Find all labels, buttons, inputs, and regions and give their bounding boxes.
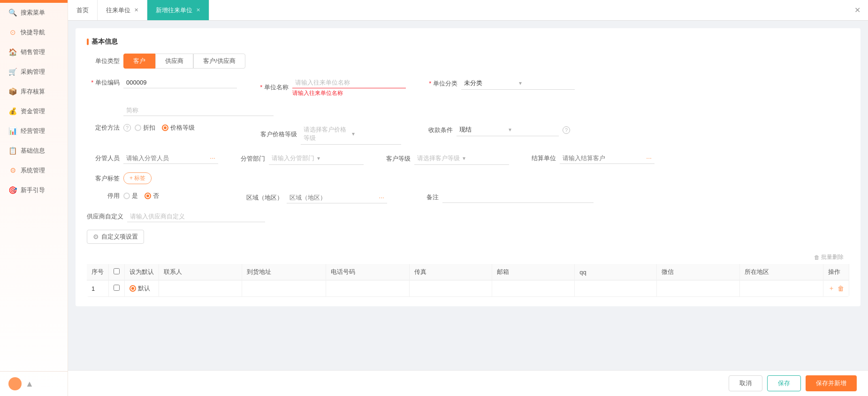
tab-home-label: 首页: [76, 6, 89, 15]
remark-input[interactable]: [442, 192, 594, 203]
sidebar-item-label: 经营管理: [21, 127, 45, 135]
unit-type-customer-btn[interactable]: 客户: [123, 54, 155, 69]
settlement-unit-field: 结算单位 ···: [523, 152, 655, 164]
sidebar-item-search[interactable]: 🔍 搜索菜单: [0, 3, 68, 23]
purchase-icon: 🛒: [8, 68, 17, 76]
row-address-input[interactable]: [247, 285, 320, 292]
sidebar-item-finance[interactable]: 💰 资金管理: [0, 101, 68, 121]
custom-settings-button[interactable]: ⚙ 自定义项设置: [87, 230, 144, 244]
department-label: 分管部门: [232, 155, 265, 163]
sidebar-item-label: 采购管理: [21, 68, 45, 76]
basic-info-icon: 📋: [8, 147, 17, 155]
sidebar-item-purchase[interactable]: 🛒 采购管理: [0, 62, 68, 82]
short-name-input[interactable]: [123, 105, 274, 116]
disabled-yes-radio[interactable]: 是: [123, 192, 138, 200]
sales-icon: 🏠: [8, 48, 17, 56]
row-delete-btn[interactable]: 🗑: [838, 285, 844, 292]
row-email-input[interactable]: [497, 285, 570, 292]
unit-name-group: 请输入往来单位名称: [292, 77, 406, 97]
save-new-button[interactable]: 保存并新增: [806, 375, 857, 391]
row-fax-input[interactable]: [414, 285, 487, 292]
save-button[interactable]: 保存: [767, 375, 801, 391]
sidebar-item-system[interactable]: ⚙ 系统管理: [0, 161, 68, 180]
customer-tag-label: 客户标签: [87, 174, 120, 183]
disabled-no-radio[interactable]: 否: [145, 192, 159, 200]
pricing-help-icon[interactable]: ?: [123, 124, 131, 132]
row-region-input[interactable]: [745, 285, 818, 292]
th-address: 到货地址: [242, 264, 326, 280]
unit-type-supplier-btn[interactable]: 供应商: [155, 54, 193, 69]
department-select[interactable]: 请输入分管部门 ▾: [269, 152, 364, 165]
unit-category-select[interactable]: 未分类 ▾: [461, 77, 575, 90]
supplier-custom-input[interactable]: [127, 211, 265, 222]
manager-field: 分管人员 ···: [87, 152, 218, 164]
pricing-method-label: 定价方法: [87, 124, 120, 132]
tab-new-partner-label: 新增往来单位: [156, 6, 192, 15]
sidebar-item-sales[interactable]: 🏠 销售管理: [0, 42, 68, 62]
tab-partners[interactable]: 往来单位 ✕: [98, 0, 147, 20]
unit-code-input[interactable]: [123, 77, 237, 88]
unit-category-value: 未分类: [464, 79, 517, 87]
unit-type-row: 单位类型 客户 供应商 客户/供应商: [87, 54, 849, 69]
tab-partners-close[interactable]: ✕: [134, 7, 138, 13]
short-name-row: [87, 105, 849, 116]
customer-price-level-select[interactable]: 请选择客户价格等级 ▾: [301, 124, 401, 145]
row-checkbox[interactable]: [114, 285, 120, 291]
unit-type-buttons: 客户 供应商 客户/供应商: [123, 54, 245, 69]
default-radio-item[interactable]: 默认: [129, 284, 154, 293]
tab-window-close[interactable]: ✕: [847, 0, 868, 20]
pricing-discount-radio[interactable]: 折扣: [135, 124, 155, 132]
sidebar-item-quick-nav[interactable]: ⊙ 快捷导航: [0, 23, 68, 42]
customer-level-placeholder: 请选择客户等级: [417, 154, 461, 163]
unit-type-both-btn[interactable]: 客户/供应商: [193, 54, 245, 69]
td-checkbox: [109, 280, 125, 297]
th-default: 设为默认: [125, 264, 159, 280]
manager-label: 分管人员: [87, 154, 120, 163]
td-actions: ＋ 🗑: [823, 280, 849, 297]
section-title-icon: [87, 39, 89, 45]
sidebar-item-basic-info[interactable]: 📋 基础信息: [0, 141, 68, 161]
unit-name-input[interactable]: [292, 77, 406, 88]
system-icon: ⚙: [8, 166, 17, 175]
customer-level-label: 客户等级: [378, 155, 411, 163]
disabled-field: 停用 是 否: [87, 192, 228, 200]
payment-terms-select[interactable]: 现结 ▾: [457, 124, 559, 136]
td-region: [739, 280, 823, 297]
sidebar-item-guide[interactable]: 🎯 新手引导: [0, 180, 68, 200]
manager-dots[interactable]: ···: [210, 154, 215, 162]
table-header: 序号 设为默认 联系人 到货地址 电话号码 传真 邮箱 qq: [87, 264, 849, 280]
row-phone-input[interactable]: [331, 285, 404, 292]
td-seq: 1: [87, 280, 109, 297]
disabled-row: 停用 是 否 区域（地区）: [87, 192, 849, 203]
content-area: 基本信息 单位类型 客户 供应商 客户/供应商 单位编码: [68, 21, 868, 370]
customer-price-level-field: 客户价格等级 请选择客户价格等级 ▾: [260, 124, 401, 145]
unit-category-chevron: ▾: [519, 80, 572, 86]
tab-home[interactable]: 首页: [68, 0, 98, 20]
payment-terms-help-icon[interactable]: ?: [563, 126, 570, 134]
region-dots[interactable]: ···: [379, 194, 384, 201]
row-wechat-input[interactable]: [662, 285, 734, 292]
sidebar-item-label: 库存核算: [21, 87, 45, 96]
unit-name-error: 请输入往来单位名称: [292, 89, 406, 97]
th-checkbox-input[interactable]: [114, 268, 120, 274]
pricing-level-circle: [162, 124, 168, 131]
add-tag-button[interactable]: + 标签: [123, 172, 152, 184]
customer-level-select[interactable]: 请选择客户等级 ▾: [414, 152, 509, 165]
manager-input[interactable]: [126, 155, 208, 162]
region-input[interactable]: [289, 194, 377, 201]
td-qq: [575, 280, 657, 297]
cancel-button[interactable]: 取消: [729, 375, 762, 391]
tab-new-partner[interactable]: 新增往来单位 ✕: [147, 0, 209, 20]
row-qq-input[interactable]: [579, 285, 652, 292]
sidebar-item-inventory[interactable]: 📦 库存核算: [0, 82, 68, 101]
row-contact-input[interactable]: [164, 285, 237, 292]
tab-new-partner-close[interactable]: ✕: [196, 7, 200, 13]
payment-terms-value: 现结: [459, 125, 507, 134]
batch-delete-btn[interactable]: 🗑 批量删除: [814, 253, 844, 261]
row-add-btn[interactable]: ＋: [828, 284, 835, 293]
settlement-unit-dots[interactable]: ···: [646, 154, 652, 162]
sidebar-item-operations[interactable]: 📊 经营管理: [0, 121, 68, 141]
manager-row: 分管人员 ··· 分管部门 请输入分管部门 ▾ 客户等级: [87, 152, 849, 165]
pricing-level-radio[interactable]: 价格等级: [162, 124, 195, 132]
settlement-unit-input[interactable]: [563, 155, 644, 162]
